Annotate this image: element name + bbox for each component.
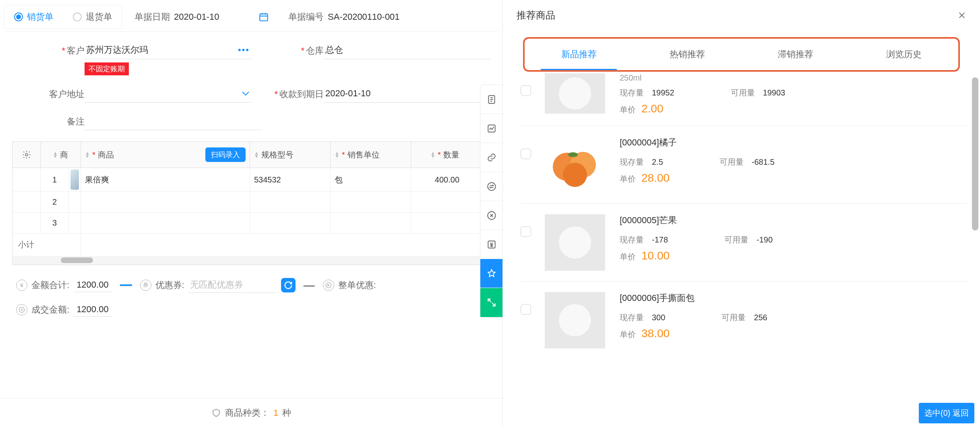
date-input[interactable]: [174, 12, 254, 22]
stock-value: 300: [652, 313, 665, 322]
vertical-scrollbar[interactable]: [972, 77, 978, 230]
product-qty: 400.00: [411, 168, 463, 191]
note-icon[interactable]: [480, 85, 502, 114]
doc-number-field: 单据编号 SA-20200110-001: [281, 11, 407, 23]
header-row: 销货单 退货单 单据日期 单据编号 SA-20200110-001: [4, 5, 498, 32]
address-select[interactable]: [85, 87, 251, 103]
svg-point-20: [568, 152, 578, 157]
price-value: 10.00: [641, 249, 670, 262]
recommend-header: 推荐商品: [503, 0, 980, 31]
radio-icon: [14, 12, 23, 21]
calendar-icon[interactable]: [258, 12, 269, 22]
list-item[interactable]: 250ml 现存量19952 可用量19903 单价2.00: [521, 73, 968, 126]
product-image: [545, 73, 605, 114]
table-row[interactable]: 2: [12, 192, 490, 213]
tab-history[interactable]: 浏览历史: [850, 40, 958, 68]
tab-new[interactable]: 新品推荐: [525, 40, 633, 68]
tab-slow[interactable]: 滞销推荐: [742, 40, 850, 68]
subtotal-label: 小计: [12, 234, 81, 256]
gear-column-header[interactable]: [12, 142, 41, 168]
svg-point-19: [563, 163, 587, 187]
product-title: [0000005]芒果: [620, 214, 968, 226]
recommend-list: 250ml 现存量19952 可用量19903 单价2.00 [0000004]…: [503, 73, 980, 399]
minus-icon: [120, 284, 132, 286]
link-icon[interactable]: [480, 143, 502, 172]
close-icon[interactable]: [957, 11, 966, 20]
order-type-tabs: 销货单 退货单: [4, 5, 122, 29]
product-image: [545, 292, 605, 348]
remark-input[interactable]: [85, 114, 262, 130]
tab-hot[interactable]: 热销推荐: [633, 40, 741, 68]
warehouse-select[interactable]: 总仓: [324, 43, 490, 59]
avail-value: -681.5: [752, 158, 775, 166]
coupon-field: 券 优惠券: 无匹配优惠券: [140, 277, 296, 293]
table-row[interactable]: 3: [12, 213, 490, 234]
bottom-summary: 商品种类： 1 种: [0, 398, 502, 427]
svg-rect-0: [260, 14, 268, 21]
duedate-value: 2020-01-10: [325, 88, 371, 99]
checkbox[interactable]: [521, 149, 531, 159]
tab-sales-order[interactable]: 销货单: [4, 5, 63, 29]
checkbox[interactable]: [521, 226, 531, 237]
panel-title: 推荐商品: [517, 9, 555, 22]
label-remark: 备注: [67, 116, 85, 126]
stock-value: -178: [652, 235, 668, 244]
amount-value: 1200.00: [73, 278, 112, 292]
items-table: ▲▼商 ▲▼*商品 扫码录入 ▲▼规格型号 ▲▼*销售单位 ▲▼*数量 1 果倍…: [12, 141, 490, 265]
avail-value: 19903: [763, 88, 786, 97]
product-image: [545, 214, 605, 271]
coupon-icon: 券: [140, 280, 151, 291]
select-return-button[interactable]: 选中(0) 返回: [919, 403, 974, 423]
product-image: [545, 137, 605, 193]
col-header-qty[interactable]: ▲▼*数量: [411, 142, 463, 168]
duedate-input[interactable]: 2020-01-10: [324, 87, 490, 103]
label-warehouse: 仓库: [306, 46, 324, 56]
field-label: 单据日期: [134, 11, 170, 23]
row-index: 3: [41, 213, 69, 233]
tab-label: 销货单: [27, 11, 54, 23]
product-name: 果倍爽: [81, 168, 250, 191]
coupon-input[interactable]: 无匹配优惠券: [188, 277, 277, 293]
list-item[interactable]: [0000005]芒果 现存量-178 可用量-190 单价10.00: [521, 204, 968, 282]
col-header-spec[interactable]: ▲▼规格型号: [250, 142, 331, 168]
chevron-down-icon: [242, 91, 250, 96]
currency-icon[interactable]: [480, 230, 502, 259]
customer-value: 苏州万达沃尔玛: [86, 44, 148, 56]
checkbox[interactable]: [521, 304, 531, 315]
label-customer: 客户: [67, 46, 85, 56]
chart-icon[interactable]: [480, 114, 502, 143]
deal-amount: 成交金额: 1200.00: [16, 303, 112, 317]
doc-date-field: 单据日期: [127, 11, 276, 23]
product-title-partial: 250ml: [620, 73, 968, 83]
price-value: 38.00: [641, 327, 670, 340]
scan-input-button[interactable]: 扫码录入: [205, 147, 246, 162]
deal-value: 1200.00: [73, 303, 112, 317]
swap-icon[interactable]: [480, 172, 502, 201]
subtotal-row: 小计: [12, 234, 490, 256]
more-dots-icon[interactable]: •••: [238, 45, 250, 55]
list-item[interactable]: [0000006]手撕面包 现存量300 可用量256 单价38.00: [521, 282, 968, 359]
col-header-unit[interactable]: ▲▼*销售单位: [331, 142, 411, 168]
radio-icon: [73, 12, 82, 21]
product-title: [0000004]橘子: [620, 137, 968, 149]
row-index: 1: [41, 168, 69, 191]
list-item[interactable]: [0000004]橘子 现存量2.5 可用量-681.5 单价28.00: [521, 126, 968, 204]
recommend-tabs: 新品推荐 热销推荐 滞销推荐 浏览历史: [523, 37, 960, 72]
star-icon[interactable]: [480, 259, 502, 288]
label-address: 客户地址: [49, 89, 85, 99]
shield-icon: [211, 408, 221, 418]
col-header-product[interactable]: ▲▼*商品 扫码录入: [81, 142, 250, 168]
product-spec: 534532: [250, 168, 331, 191]
tab-return-order[interactable]: 退货单: [63, 5, 122, 29]
horizontal-scrollbar[interactable]: [12, 256, 490, 265]
refresh-button[interactable]: [281, 278, 296, 292]
doc-number: SA-20200110-001: [328, 12, 400, 22]
cancel-icon[interactable]: [480, 201, 502, 230]
col-header-img[interactable]: ▲▼商: [41, 142, 81, 168]
customer-select[interactable]: 苏州万达沃尔玛 •••: [85, 43, 251, 59]
table-row[interactable]: 1 果倍爽 534532 包 400.00: [12, 168, 490, 192]
expand-icon[interactable]: [480, 288, 502, 317]
checkbox[interactable]: [521, 85, 531, 96]
row-index: 2: [41, 192, 69, 212]
field-label: 单据编号: [288, 11, 324, 23]
